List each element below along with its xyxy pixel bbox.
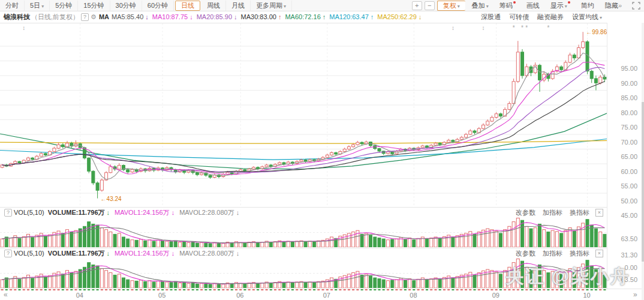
ma-indicator-label: MA (99, 13, 109, 20)
collapse-arrows-icon: » (618, 2, 622, 9)
period-button-更多周期[interactable]: 更多周期▾ (251, 1, 292, 11)
panel-action-改参数[interactable]: 改参数 (516, 249, 535, 258)
volume-value: VOLUME:11.796万 ↓ (48, 208, 110, 217)
period-button-周线[interactable]: 周线 (201, 1, 226, 11)
period-button-5分钟[interactable]: 5分钟 (50, 1, 78, 11)
trend-arrow-icon: ↓ (107, 209, 110, 216)
trend-arrow-icon: ↓ (171, 209, 175, 216)
volume-axis-label: 63.50 (621, 235, 637, 242)
volume-value: VOLUME:11.796万 ↓ (48, 249, 110, 258)
ma-values: MA5:85.40 ↓MA10:87.75 ↓MA20:85.90 ↓MA30:… (112, 13, 425, 20)
volume-axis-label: 31.30 (621, 251, 637, 259)
fullscreen-icon[interactable] (632, 2, 640, 10)
vol-indicator-title: VOL(5,10) (14, 209, 44, 216)
tool-button-显示[interactable]: 显示▾ (545, 1, 576, 11)
stock-name: 锦浪科技 (4, 13, 30, 22)
period-button-日线[interactable]: 日线 (175, 1, 200, 11)
panel-action-换指标[interactable]: 换指标 (570, 249, 589, 258)
tool-button-筹码[interactable]: 筹码 (494, 1, 521, 11)
ma-settings-button[interactable]: 设置均线▾ (572, 13, 602, 22)
help-icon[interactable]: ? (4, 250, 12, 257)
tool-button-简约[interactable]: 简约 (576, 1, 600, 11)
trend-arrow-icon: ↓ (107, 250, 110, 257)
panel-action-改参数[interactable]: 改参数 (516, 208, 535, 217)
period-button-30分钟[interactable]: 30分钟 (110, 1, 142, 11)
market-links: 深股通可转债融资融券设置均线▾ (473, 13, 644, 22)
price-axis-label: 75.00 (621, 124, 637, 131)
zoom-in-button[interactable]: + (412, 1, 422, 10)
volume-axis-label: 63.50 (621, 276, 637, 283)
volume-chart (0, 258, 607, 288)
help-icon[interactable]: ? (81, 13, 89, 21)
price-axis-label: 90.00 (621, 80, 637, 87)
event-marker-icon: ↕ (482, 25, 485, 31)
tool-button-隐藏[interactable]: 隐藏» (600, 1, 627, 11)
mavol1-value: MAVOL1:24.156万 ↓ (115, 208, 174, 217)
event-marker-icon: * (513, 25, 515, 31)
notification-dot-icon (513, 1, 516, 4)
month-label-08: 08 (410, 292, 417, 299)
month-label-06: 06 (236, 292, 243, 299)
price-axis-label: 60.00 (621, 168, 637, 175)
tools-toolbar: + − 复权▾叠加▾筹码画线显示▾简约隐藏» (411, 1, 644, 11)
panel-action-换指标[interactable]: 换指标 (570, 208, 589, 217)
volume-panel-header: ?VOL(5,10)VOLUME:11.796万 ↓MAVOL1:24.156万… (0, 207, 607, 217)
price-axis: 95.0090.0085.0080.0075.0070.0065.0060.00… (607, 23, 642, 300)
price-annotation: ←99.86 (586, 29, 607, 35)
panel-action-加指标[interactable]: 加指标 (543, 249, 562, 258)
trend-arrow-icon: ↓ (189, 13, 193, 20)
event-marker-icon: * (547, 25, 549, 31)
month-label-04: 04 (76, 292, 83, 299)
price-axis-label: 65.00 (621, 153, 637, 160)
close-panel-icon[interactable]: × (595, 209, 603, 217)
mavol2-value: MAVOL2:28.080万 ↓ (179, 249, 239, 258)
month-label-09: 09 (492, 292, 499, 299)
volume-panel-header: ?VOL(5,10)VOLUME:11.796万 ↓MAVOL1:24.156万… (0, 248, 607, 258)
gear-icon[interactable]: ⚙ (91, 13, 97, 21)
trend-arrow-icon: ↑ (371, 13, 374, 20)
price-axis-label: 80.00 (621, 109, 637, 116)
period-toolbar: 分时5日▾5分钟15分钟30分钟60分钟日线周线月线更多周期▾ + − 复权▾叠… (0, 0, 644, 11)
mavol1-value: MAVOL1:24.156万 ↓ (115, 249, 174, 258)
event-marker-icon: * (525, 25, 528, 31)
period-buttons: 分时5日▾5分钟15分钟30分钟60分钟日线周线月线更多周期▾ (0, 0, 292, 11)
panel-action-加指标[interactable]: 加指标 (543, 208, 562, 217)
scroll-left-button[interactable]: « (4, 290, 8, 299)
ma-value-MA60: MA60:72.16 ↑ (285, 13, 326, 20)
price-axis-label: 50.00 (621, 197, 637, 205)
close-panel-icon[interactable]: × (595, 250, 603, 257)
tool-button-叠加[interactable]: 叠加▾ (467, 1, 494, 11)
period-button-60分钟[interactable]: 60分钟 (142, 1, 174, 11)
market-link-可转债[interactable]: 可转债 (509, 13, 529, 22)
event-marker-icon: * (521, 25, 523, 31)
notification-dot-icon (568, 1, 570, 4)
ma-value-MA10: MA10:87.75 ↓ (152, 13, 193, 20)
tool-button-复权[interactable]: 复权▾ (437, 1, 465, 11)
zoom-out-button[interactable]: − (425, 1, 435, 10)
price-axis-label: 45.00 (621, 212, 637, 219)
period-button-15分钟[interactable]: 15分钟 (78, 1, 110, 11)
chart-mode-label: （日线,前复权） (31, 13, 79, 22)
trend-arrow-icon: ↓ (234, 13, 237, 20)
price-axis-label: 95.00 (621, 65, 637, 72)
tool-button-画线[interactable]: 画线 (521, 1, 545, 11)
market-link-融资融券[interactable]: 融资融券 (537, 13, 564, 22)
scrollbar-thumb[interactable] (642, 102, 644, 262)
period-button-月线[interactable]: 月线 (226, 1, 251, 11)
period-button-分时[interactable]: 分时 (0, 1, 25, 11)
ma-value-MA20: MA20:85.90 ↓ (197, 13, 237, 20)
indicator-legend-row: 锦浪科技 （日线,前复权） ? ⚙ MA MA5:85.40 ↓MA10:87.… (0, 11, 644, 22)
price-axis-label: 85.00 (621, 94, 637, 101)
price-axis-label: 70.00 (621, 139, 637, 146)
period-button-5日[interactable]: 5日▾ (25, 1, 50, 11)
market-link-深股通[interactable]: 深股通 (481, 13, 501, 22)
month-label-10: 10 (583, 292, 590, 299)
help-icon[interactable]: ? (4, 209, 12, 217)
main-price-chart[interactable]: ←99.86←43.24↕↕↕**** (0, 23, 607, 208)
panel-actions: 改参数加指标换指标× (508, 249, 607, 258)
scrollbar[interactable] (642, 23, 644, 300)
trend-arrow-icon: ↓ (236, 250, 240, 257)
price-axis-label: 55.00 (621, 182, 637, 190)
scroll-right-button[interactable]: » (633, 290, 637, 299)
trend-arrow-icon: ↓ (419, 13, 422, 20)
